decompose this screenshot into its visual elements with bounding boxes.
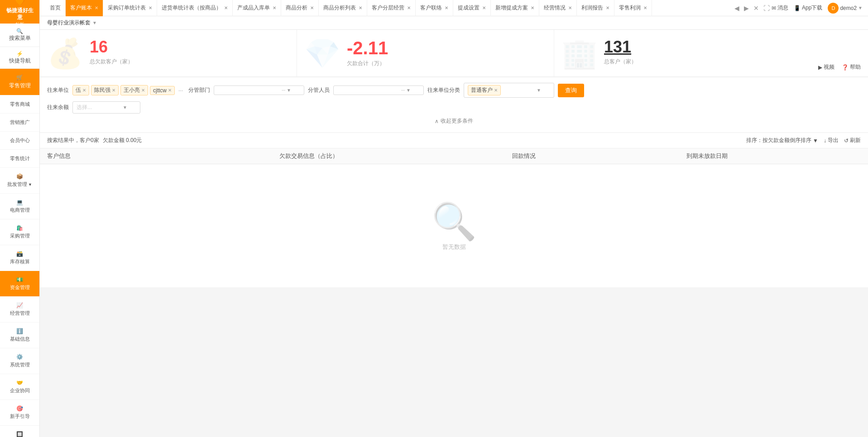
filter-more-tags-button[interactable]: ··· <box>177 86 185 95</box>
query-button[interactable]: 查询 <box>558 84 584 97</box>
tab-product-inbound[interactable]: 产成品入库单 ✕ <box>233 0 281 16</box>
tab-purchase-order[interactable]: 采购订单统计表 ✕ <box>103 0 157 16</box>
close-tab-product-inbound[interactable]: ✕ <box>273 5 276 10</box>
sidebar-item-system[interactable]: ⚙️ 系统管理 <box>0 348 39 374</box>
filter-person-select[interactable]: ··· ▼ <box>333 86 424 95</box>
sidebar-item-retail-mall[interactable]: 零售商城 <box>0 95 39 114</box>
refresh-icon: ↺ <box>844 138 849 144</box>
lightning-icon: ⚡ <box>4 51 36 57</box>
close-tab-customer-contact[interactable]: ✕ <box>445 5 448 10</box>
tab-product-analysis-list[interactable]: 商品分析列表 ✕ <box>319 0 367 16</box>
close-tab-customer-ledger[interactable]: ✕ <box>95 5 98 10</box>
close-tab-business-report[interactable]: ✕ <box>568 5 572 10</box>
sidebar: 🧡 畅捷通好生意 标版 🔍 搜索菜单 ⚡ 快捷导航 🛒 零售管理 零售商城 营销… <box>0 0 40 437</box>
filter-person-label: 分管人员 <box>308 86 330 94</box>
empty-state-label: 暂无数据 <box>442 243 466 251</box>
sidebar-item-app-center[interactable]: 🔲 应用中心 <box>0 426 39 437</box>
sidebar-item-retail-stats[interactable]: 零售统计 <box>0 150 39 168</box>
sidebar-item-retail[interactable]: 🛒 零售管理 <box>0 69 39 95</box>
tab-customer-ledger[interactable]: 客户账本 ✕ <box>66 0 103 16</box>
stat-bg-icon-1: 💰 <box>47 36 83 70</box>
filter-dept-select[interactable]: ··· ▼ <box>214 86 304 95</box>
close-tab-product-analysis[interactable]: ✕ <box>310 5 314 10</box>
close-tab-commission-settings[interactable]: ✕ <box>482 5 486 10</box>
topbar-right-actions: ✉ 消息 📱 App下载 D demo2 ▼ <box>772 3 863 14</box>
collapse-icon: ∧ <box>435 118 439 124</box>
scroll-left-icon[interactable]: ◀ <box>733 4 741 13</box>
tab-customer-contact[interactable]: 客户联络 ✕ <box>416 0 453 16</box>
tab-product-analysis[interactable]: 商品分析 ✕ <box>281 0 319 16</box>
table-toolbar: 搜索结果中，客户0家 欠款金额 0.00元 排序：按欠款金额倒序排序 ▼ ↓ 导… <box>40 133 868 148</box>
main-content: 首页 客户账本 ✕ 采购订单统计表 ✕ 进货单统计表（按商品） ✕ 产成品入库单… <box>40 0 868 437</box>
sidebar-item-search[interactable]: 🔍 搜索菜单 <box>0 24 39 47</box>
operations-icon: 📈 <box>16 302 23 309</box>
video-help-button[interactable]: ▶ 视频 <box>818 63 834 71</box>
close-tag-cjttcw[interactable]: ✕ <box>168 88 172 93</box>
sidebar-item-quick-nav[interactable]: ⚡ 快捷导航 <box>0 47 39 69</box>
filter-balance-select[interactable]: 选择... ▼ <box>72 101 140 114</box>
close-tab-purchase-order[interactable]: ✕ <box>149 5 152 10</box>
sidebar-item-purchase[interactable]: 🛍️ 采购管理 <box>0 219 39 245</box>
filter-tag-normal-customer: 普通客户 ✕ <box>468 85 501 95</box>
close-all-tabs-icon[interactable]: ✕ <box>752 4 761 13</box>
category-dropdown-arrow: ▼ <box>537 88 541 93</box>
nav-tabs: 首页 客户账本 ✕ 采购订单统计表 ✕ 进货单统计表（按商品） ✕ 产成品入库单… <box>45 0 733 16</box>
close-tab-customer-tier[interactable]: ✕ <box>407 5 411 10</box>
sidebar-item-marketing[interactable]: 营销推广 <box>0 114 39 132</box>
close-tab-profit-report[interactable]: ✕ <box>606 5 609 10</box>
tab-customer-tier[interactable]: 客户分层经营 ✕ <box>367 0 416 16</box>
tab-retail-profit[interactable]: 零售利润 ✕ <box>614 0 652 16</box>
tab-inbound-stats[interactable]: 进货单统计表（按商品） ✕ <box>157 0 233 16</box>
close-tab-inbound-stats[interactable]: ✕ <box>224 5 228 10</box>
close-tab-product-analysis-list[interactable]: ✕ <box>359 5 362 10</box>
user-dropdown-icon: ▼ <box>858 5 863 10</box>
basics-icon: ℹ️ <box>16 328 23 334</box>
close-tag-chen[interactable]: ✕ <box>112 88 115 93</box>
sidebar-item-enterprise-collab[interactable]: 🤝 企业协同 <box>0 374 39 400</box>
scroll-right-icon[interactable]: ▶ <box>742 4 751 13</box>
avatar-icon: D <box>828 3 839 14</box>
message-button[interactable]: ✉ 消息 <box>772 4 788 12</box>
tab-new-commission[interactable]: 新增提成方案 ✕ <box>491 0 539 16</box>
collapse-filters-button[interactable]: ∧ 收起更多条件 <box>47 117 861 125</box>
demo-dropdown-icon[interactable]: ▼ <box>92 20 97 25</box>
user-avatar[interactable]: D demo2 ▼ <box>828 3 863 14</box>
table-toolbar-right: 排序：按欠款金额倒序排序 ▼ ↓ 导出 ↺ 刷新 <box>746 137 861 144</box>
help-button[interactable]: ❓ 帮助 <box>842 63 861 71</box>
sidebar-item-inventory[interactable]: 🗃️ 库存核算 <box>0 245 39 271</box>
stats-section: 💰 16 总欠款客户（家） 💎 -2.11 欠款合计（万） 🏢 131 总客户（… <box>40 30 868 77</box>
sidebar-item-ecommerce[interactable]: 💻 电商管理 <box>0 194 39 219</box>
sidebar-item-operations[interactable]: 📈 经营管理 <box>0 297 39 323</box>
tab-profit-report[interactable]: 利润报告 ✕ <box>577 0 614 16</box>
tab-commission-settings[interactable]: 提成设置 ✕ <box>453 0 491 16</box>
close-tag-wang[interactable]: ✕ <box>141 88 145 93</box>
filter-category-select[interactable]: 普通客户 ✕ ▼ <box>464 83 554 98</box>
finance-icon: 💵 <box>16 276 23 283</box>
sidebar-item-newbie-guide[interactable]: 🎯 新手引导 <box>0 400 39 426</box>
export-button[interactable]: ↓ 导出 <box>824 137 839 144</box>
sidebar-item-wholesale[interactable]: 📦 批发管理 ▼ <box>0 168 39 194</box>
col-header-overdue-date: 到期未放款日期 <box>686 152 861 160</box>
fullscreen-icon[interactable]: ⛶ <box>762 4 772 13</box>
tab-home[interactable]: 首页 <box>45 0 66 16</box>
overdue-amount-text: 欠款金额 0.00元 <box>103 137 142 144</box>
col-header-overdue-transactions: 欠款交易信息（占比） <box>279 152 512 160</box>
filter-balance-label: 往来余额 <box>47 104 69 111</box>
close-tag-normal-customer[interactable]: ✕ <box>494 88 498 93</box>
refresh-button[interactable]: ↺ 刷新 <box>844 137 861 144</box>
sidebar-item-basics[interactable]: ℹ️ 基础信息 <box>0 323 39 348</box>
sort-dropdown-icon: ▼ <box>813 138 818 144</box>
filter-row-2: 往来余额 选择... ▼ <box>47 101 861 114</box>
stat-bg-icon-2: 💎 <box>304 36 340 70</box>
app-center-icon: 🔲 <box>16 431 23 437</box>
close-tag-wu[interactable]: ✕ <box>82 88 86 93</box>
app-download-button[interactable]: 📱 App下载 <box>794 4 822 12</box>
sidebar-item-members[interactable]: 会员中心 <box>0 132 39 150</box>
tab-business-report[interactable]: 经营情况 ✕ <box>539 0 577 16</box>
sort-selector[interactable]: 排序：按欠款金额倒序排序 ▼ <box>746 137 818 144</box>
sidebar-item-finance[interactable]: 💵 资金管理 <box>0 271 39 297</box>
close-tab-new-commission[interactable]: ✕ <box>531 5 534 10</box>
message-icon: ✉ <box>772 5 776 11</box>
system-icon: ⚙️ <box>16 354 23 360</box>
close-tab-retail-profit[interactable]: ✕ <box>643 5 647 10</box>
